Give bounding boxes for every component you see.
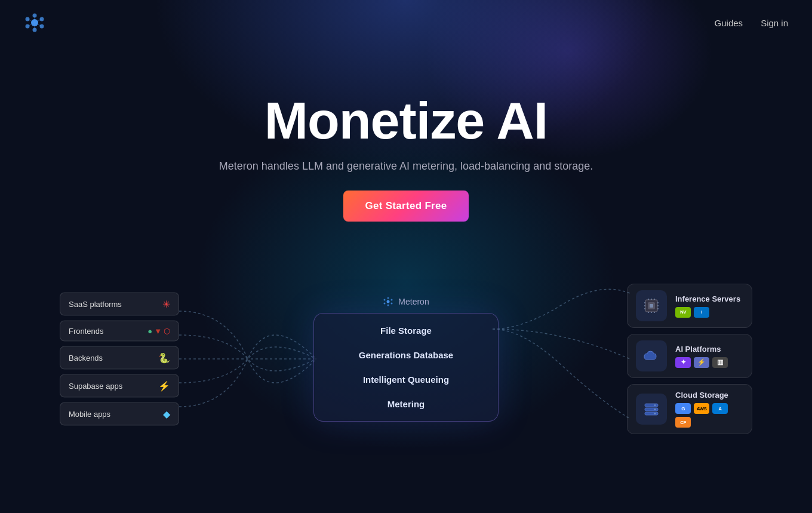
mobile-icon: ◆ (163, 408, 170, 420)
client-frontends: Frontends ●▼⬡ (60, 321, 179, 342)
backends-icon: 🐍 (158, 352, 170, 364)
client-mobile-label: Mobile apps (69, 410, 110, 419)
ai-platforms-name: AI Platforms (675, 345, 728, 354)
lightning-badge: ⚡ (694, 357, 709, 368)
svg-point-15 (384, 303, 386, 305)
guides-link[interactable]: Guides (715, 18, 743, 28)
inference-info: Inference Servers NV i (675, 294, 740, 318)
frontends-icon: ●▼⬡ (147, 327, 170, 336)
openai-badge: ✦ (675, 357, 691, 368)
client-supabase-label: Supabase apps (69, 382, 122, 391)
meteron-name: Meteron (398, 297, 429, 306)
hero-title: Monetize AI (0, 93, 812, 148)
left-clients: SaaS platforms ✳ Frontends ●▼⬡ Backends … (60, 293, 179, 426)
inference-icon-box (636, 290, 667, 321)
client-backends-label: Backends (69, 354, 103, 363)
service-inference: Inference Servers NV i (627, 284, 752, 328)
aws-badge: AWS (694, 403, 709, 414)
client-saas-label: SaaS platforms (69, 300, 122, 309)
connector-right-svg (493, 269, 630, 449)
cloud-storage-logos: G AWS A CF (675, 403, 743, 428)
svg-point-13 (384, 299, 386, 301)
signin-link[interactable]: Sign in (761, 18, 788, 28)
tf-badge: ▥ (712, 357, 728, 368)
cloud-icon (643, 348, 660, 364)
ai-platforms-info: AI Platforms ✦ ⚡ ▥ (675, 345, 728, 368)
svg-point-35 (654, 405, 656, 406)
inference-chip-icon (643, 297, 660, 314)
svg-point-16 (391, 303, 393, 305)
client-mobile: Mobile apps ◆ (60, 403, 179, 426)
svg-point-10 (387, 300, 390, 303)
client-frontends-label: Frontends (69, 327, 104, 336)
meteron-label: Meteron (383, 296, 429, 307)
svg-rect-19 (650, 304, 653, 308)
cta-button[interactable]: Get Started Free (343, 191, 468, 222)
client-backends: Backends 🐍 (60, 346, 179, 370)
logo-icon (24, 12, 45, 33)
center-item-2: Intelligent Queueing (332, 374, 480, 385)
gcp-badge: G (675, 403, 691, 414)
svg-point-37 (654, 413, 656, 414)
client-supabase: Supabase apps ⚡ (60, 374, 179, 398)
diagram-area: SaaS platforms ✳ Frontends ●▼⬡ Backends … (0, 245, 812, 472)
center-box: File Storage Generations Database Intell… (313, 313, 499, 422)
storage-icon (643, 401, 660, 417)
nvidia-badge: NV (675, 307, 691, 318)
center-item-3: Metering (332, 399, 480, 409)
logo (24, 12, 45, 33)
azure-badge: A (712, 403, 728, 414)
saas-icon: ✳ (162, 299, 170, 310)
nav-links: Guides Sign in (715, 18, 788, 28)
service-ai-platforms: AI Platforms ✦ ⚡ ▥ (627, 334, 752, 378)
center-item-1: Generations Database (332, 350, 480, 360)
inference-name: Inference Servers (675, 294, 740, 303)
right-services: Inference Servers NV i AI Platforms ✦ ⚡ … (627, 284, 752, 434)
svg-rect-34 (645, 412, 658, 415)
svg-rect-32 (645, 404, 658, 407)
hero-subtitle: Meteron handles LLM and generative AI me… (0, 160, 812, 173)
cloud-storage-icon-box (636, 394, 667, 425)
cf-badge: CF (675, 417, 691, 428)
svg-point-14 (391, 299, 393, 301)
center-item-0: File Storage (332, 325, 480, 336)
svg-point-36 (654, 409, 656, 410)
svg-point-12 (387, 305, 389, 306)
cloud-storage-info: Cloud Storage G AWS A CF (675, 391, 743, 428)
ai-platforms-icon-box (636, 340, 667, 371)
cloud-storage-name: Cloud Storage (675, 391, 743, 400)
ai-platforms-logos: ✦ ⚡ ▥ (675, 357, 728, 368)
svg-rect-33 (645, 408, 658, 411)
navbar: Guides Sign in (0, 0, 812, 45)
svg-point-11 (387, 297, 389, 299)
service-cloud-storage: Cloud Storage G AWS A CF (627, 384, 752, 434)
hero-section: Monetize AI Meteron handles LLM and gene… (0, 45, 812, 222)
meteron-logo-small (383, 296, 393, 307)
center-box-wrapper: Meteron File Storage Generations Databas… (313, 296, 499, 422)
connector-left-svg (179, 299, 316, 419)
supabase-icon: ⚡ (158, 380, 170, 392)
inference-logos: NV i (675, 307, 740, 318)
intel-badge: i (694, 307, 709, 318)
client-saas: SaaS platforms ✳ (60, 293, 179, 316)
